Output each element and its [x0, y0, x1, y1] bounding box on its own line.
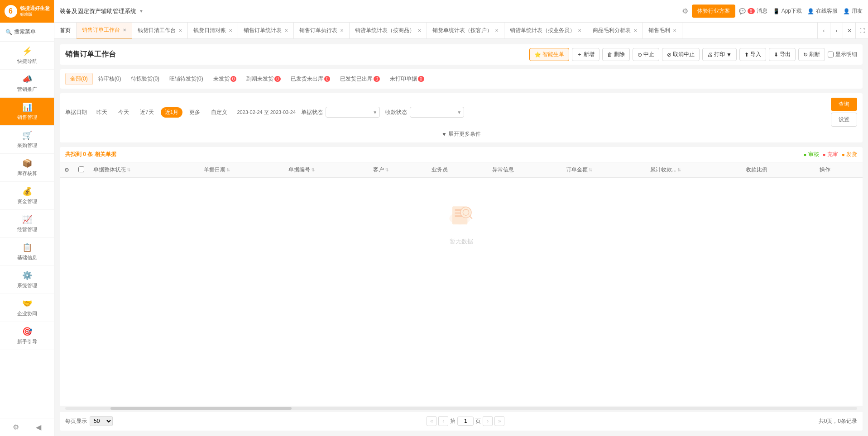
th-checkbox[interactable]	[74, 162, 89, 178]
date-btn-today[interactable]: 今天	[114, 107, 133, 118]
import-button[interactable]: ⬆ 导入	[739, 48, 766, 61]
tab-cash-daily[interactable]: 钱货日清工作台 ✕	[132, 23, 188, 39]
tab-scroll-left-button[interactable]: ‹	[817, 23, 830, 39]
tab-close-icon[interactable]: ✕	[284, 28, 288, 33]
online-service-button[interactable]: 👤 在线客服	[807, 7, 838, 15]
tab-close-all-button[interactable]: ✕	[843, 23, 855, 39]
sub-tab-pending-review[interactable]: 待审核(0)	[94, 73, 126, 85]
sidebar-item-marketing[interactable]: 📣 营销推广	[0, 70, 54, 98]
last-page-button[interactable]: »	[494, 416, 504, 426]
tab-sales-order-stats[interactable]: 销售订单统计表 ✕	[238, 23, 294, 39]
select-all-checkbox[interactable]	[78, 166, 84, 172]
sort-icon[interactable]: ⇅	[311, 167, 315, 172]
user-menu-button[interactable]: 👤 用友	[843, 7, 863, 15]
tab-sales-order-workbench[interactable]: 销售订单工作台 ✕	[77, 23, 132, 39]
query-button[interactable]: 查询	[831, 98, 857, 111]
refresh-button[interactable]: ↻ 刷新	[798, 48, 825, 61]
smart-create-button[interactable]: ⭐ 智能生单	[529, 48, 569, 61]
date-btn-7days[interactable]: 近7天	[136, 107, 158, 118]
header-gear-icon[interactable]: ⚙	[682, 7, 688, 15]
sidebar-item-base-info[interactable]: 📋 基础信息	[0, 238, 54, 266]
date-btn-yesterday[interactable]: 昨天	[92, 107, 111, 118]
message-button[interactable]: 💬 6 消息	[739, 7, 767, 15]
sub-tab-all[interactable]: 全部(0)	[65, 73, 93, 85]
tab-close-icon[interactable]: ✕	[633, 28, 637, 33]
tab-close-icon[interactable]: ✕	[123, 28, 126, 33]
expand-filter-button[interactable]: ▼ 展开更多条件	[441, 130, 481, 138]
app-download-button[interactable]: 📱 App下载	[773, 7, 802, 15]
sub-tab-shipped-out[interactable]: 已发货已出库0	[336, 73, 384, 85]
tab-sales-stats-customer[interactable]: 销货单统计表（按客户） ✕	[427, 23, 504, 39]
tab-home[interactable]: 首页	[54, 23, 77, 39]
batch-audit-button[interactable]: ● 审核	[803, 151, 819, 158]
tab-close-icon[interactable]: ✕	[229, 28, 232, 33]
date-btn-1month[interactable]: 近1月	[161, 107, 183, 118]
experience-button[interactable]: 体验行业方案	[692, 5, 735, 18]
sidebar-item-purchase[interactable]: 🛒 采购管理	[0, 126, 54, 154]
table-wrap: ⚙ 单据整体状态⇅ 单据日期⇅ 单据编号⇅ 客户⇅ 业务员 异常信息 订单金额⇅…	[60, 162, 863, 406]
search-menu-button[interactable]: 🔍 搜索菜单	[4, 26, 50, 38]
batch-revoke-button[interactable]: ● 充审	[823, 151, 838, 158]
sort-icon[interactable]: ⇅	[127, 167, 130, 172]
sort-icon[interactable]: ⇅	[226, 167, 230, 172]
first-page-button[interactable]: «	[427, 416, 436, 426]
scrollbar-thumb[interactable]	[110, 407, 292, 410]
sub-tabs: 全部(0) 待审核(0) 待拣验货(0) 旺铺待发货(0) 未发货0 到期未发货…	[60, 69, 863, 89]
next-page-button[interactable]: ›	[483, 416, 493, 426]
sidebar-item-sales[interactable]: 📊 销售管理	[0, 98, 54, 126]
tab-product-margin[interactable]: 商品毛利分析表 ✕	[587, 23, 643, 39]
add-button[interactable]: ＋ 新增	[572, 48, 599, 61]
sidebar-item-enterprise[interactable]: 🤝 企业协同	[0, 294, 54, 322]
tab-close-icon[interactable]: ✕	[340, 28, 344, 33]
sub-tab-expired[interactable]: 到期未发货0	[242, 73, 285, 85]
tab-sales-order-exec[interactable]: 销售订单执行表 ✕	[294, 23, 350, 39]
sub-tab-pending-inspect[interactable]: 待拣验货(0)	[126, 73, 164, 85]
tab-sales-stats-product[interactable]: 销货单统计表（按商品） ✕	[350, 23, 427, 39]
sidebar-item-finance[interactable]: 💰 资金管理	[0, 182, 54, 210]
prev-page-button[interactable]: ‹	[438, 416, 448, 426]
sidebar-item-inventory[interactable]: 📦 库存核算	[0, 154, 54, 182]
payment-select[interactable]	[410, 107, 464, 118]
table-scrollbar[interactable]	[60, 406, 863, 411]
delete-button[interactable]: 🗑 删除	[602, 48, 630, 61]
sort-icon[interactable]: ⇅	[589, 167, 592, 172]
tab-cash-reconcile[interactable]: 钱货日清对账 ✕	[188, 23, 238, 39]
sidebar-collapse-button[interactable]: ◀	[36, 423, 41, 431]
sub-tab-not-printed[interactable]: 未打印单据0	[385, 73, 429, 85]
tab-close-icon[interactable]: ✕	[578, 28, 581, 33]
tab-sales-gross[interactable]: 销售毛利 ✕	[643, 23, 682, 39]
sub-tab-not-shipped[interactable]: 未发货0	[209, 73, 241, 85]
tab-close-icon[interactable]: ✕	[178, 28, 182, 33]
page-number-input[interactable]	[457, 417, 474, 426]
sort-icon[interactable]: ⇅	[385, 167, 388, 172]
sort-icon[interactable]: ⇅	[677, 167, 681, 172]
tab-sales-stats-staff[interactable]: 销货单统计表（按业务员） ✕	[504, 23, 587, 39]
date-btn-more[interactable]: 更多	[185, 107, 204, 118]
batch-ship-button[interactable]: ● 发货	[842, 151, 857, 158]
tab-close-icon[interactable]: ✕	[417, 28, 421, 33]
status-select[interactable]	[326, 107, 380, 118]
filter-settings-button[interactable]: 设置	[831, 113, 857, 127]
th-gear[interactable]: ⚙	[60, 162, 74, 178]
sub-tab-wangpu[interactable]: 旺铺待发货(0)	[165, 73, 208, 85]
tab-scroll-right-button[interactable]: ›	[830, 23, 843, 39]
print-button[interactable]: 🖨 打印 ▼	[702, 48, 737, 61]
stop-button[interactable]: ⊙ 中止	[633, 48, 659, 61]
sub-tab-shipped-not-out[interactable]: 已发货未出库0	[286, 73, 335, 85]
export-button[interactable]: ⬇ 导出	[769, 48, 796, 61]
page-size-select[interactable]: 50 10 20 100	[90, 416, 113, 426]
sidebar-item-guide[interactable]: 🎯 新手引导	[0, 322, 54, 350]
sidebar-settings-button[interactable]: ⚙	[13, 423, 19, 431]
show-detail-checkbox[interactable]: 显示明细	[828, 51, 857, 58]
sidebar-item-quick-nav[interactable]: ⚡ 快捷导航	[0, 42, 54, 70]
sidebar-item-operations[interactable]: 📈 经营管理	[0, 210, 54, 238]
show-detail-input[interactable]	[828, 52, 834, 57]
tab-close-icon[interactable]: ✕	[673, 28, 676, 33]
tab-close-icon[interactable]: ✕	[495, 28, 499, 33]
date-btn-custom[interactable]: 自定义	[207, 107, 231, 118]
cancel-stop-button[interactable]: ⊘ 取消中止	[662, 48, 700, 61]
payment-filter: 收款状态	[385, 107, 464, 118]
sidebar-item-system[interactable]: ⚙️ 系统管理	[0, 266, 54, 294]
tab-maximize-button[interactable]: ⛶	[855, 23, 868, 39]
tab-label: 销售毛利	[648, 27, 670, 34]
